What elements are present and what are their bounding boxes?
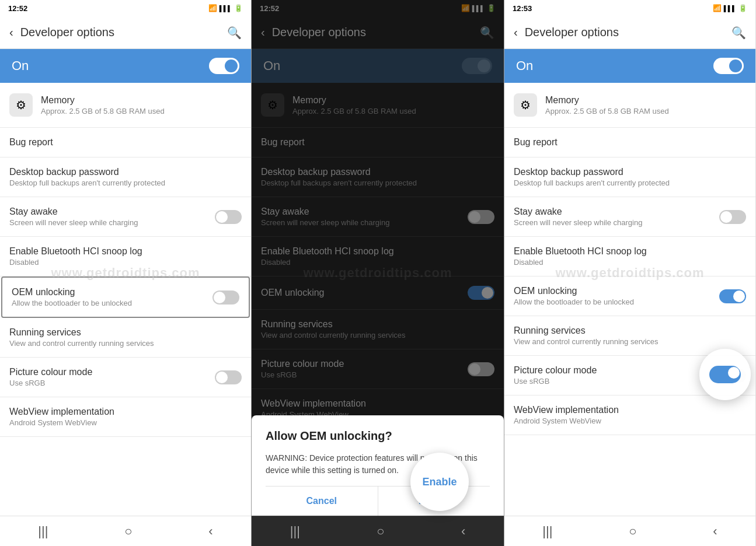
- settings-item-text: WebView implementationAndroid System Web…: [514, 405, 746, 425]
- bottom-navigation: |||○‹: [252, 516, 504, 546]
- developer-options-toggle-bar[interactable]: On: [0, 49, 251, 83]
- settings-item-text: Desktop backup passwordDesktop full back…: [514, 167, 746, 187]
- toggle-switch[interactable]: [215, 210, 242, 224]
- nav-recent-apps[interactable]: |||: [542, 524, 552, 539]
- phone-panel-middle: 12:52 📶 ▌▌▌ 🔋 ‹ Developer options 🔍 On ⚙…: [252, 0, 504, 546]
- status-icon-signal: ▌▌▌: [220, 5, 232, 12]
- settings-item-text: WebView implementationAndroid System Web…: [9, 407, 242, 427]
- memory-info: Memory Approx. 2.5 GB of 5.8 GB RAM used: [545, 95, 746, 116]
- settings-item-subtitle: Disabled: [9, 258, 242, 267]
- phone-panel-right: 12:53 📶 ▌▌▌ 🔋 ‹ Developer options 🔍 On ⚙…: [504, 0, 756, 546]
- settings-item-title: OEM unlocking: [12, 287, 212, 298]
- nav-home[interactable]: ○: [124, 524, 132, 539]
- settings-item-subtitle: Disabled: [514, 258, 746, 267]
- settings-item-text: Picture colour modeUse sRGB: [9, 367, 215, 387]
- search-icon[interactable]: 🔍: [227, 26, 242, 40]
- status-bar: 12:53 📶 ▌▌▌ 🔋: [504, 0, 755, 16]
- bottom-navigation: |||○‹: [0, 516, 251, 546]
- settings-item-text: Running servicesView and control current…: [9, 327, 242, 348]
- bottom-navigation: |||○‹: [504, 516, 755, 546]
- settings-item-subtitle: Use sRGB: [514, 377, 719, 386]
- settings-item[interactable]: Desktop backup passwordDesktop full back…: [504, 158, 755, 197]
- status-icons: 📶 ▌▌▌ 🔋: [713, 4, 747, 12]
- nav-back[interactable]: ‹: [461, 524, 465, 539]
- settings-item-title: Stay awake: [514, 206, 719, 217]
- back-button[interactable]: ‹: [9, 26, 13, 39]
- nav-recent-apps[interactable]: |||: [290, 524, 300, 539]
- settings-item-text: Running servicesView and control current…: [514, 326, 746, 346]
- memory-icon: ⚙: [514, 93, 537, 117]
- settings-item-title: Running services: [514, 326, 746, 336]
- memory-section: ⚙ Memory Approx. 2.5 GB of 5.8 GB RAM us…: [504, 83, 755, 128]
- status-time: 12:53: [513, 4, 532, 13]
- settings-item-subtitle: Android System WebView: [514, 416, 746, 425]
- settings-item-title: Desktop backup password: [9, 167, 242, 177]
- developer-options-main-toggle[interactable]: [209, 58, 239, 74]
- nav-home[interactable]: ○: [377, 524, 384, 539]
- developer-options-main-toggle[interactable]: [713, 58, 744, 74]
- settings-item-subtitle: Allow the bootloader to be unlocked: [12, 299, 212, 307]
- toggle-switch[interactable]: [719, 210, 746, 224]
- settings-item-title: Desktop backup password: [514, 167, 746, 177]
- settings-item[interactable]: OEM unlockingAllow the bootloader to be …: [504, 276, 755, 316]
- settings-item-text: Stay awakeScreen will never sleep while …: [514, 206, 719, 227]
- search-icon[interactable]: 🔍: [731, 26, 746, 40]
- memory-subtitle: Approx. 2.5 GB of 5.8 GB RAM used: [41, 107, 242, 116]
- memory-title: Memory: [41, 95, 242, 106]
- settings-item-title: Enable Bluetooth HCI snoop log: [9, 246, 242, 257]
- settings-item-title: Picture colour mode: [9, 367, 215, 377]
- status-bar: 12:52 📶 ▌▌▌ 🔋: [0, 0, 251, 16]
- nav-home[interactable]: ○: [629, 524, 636, 539]
- enable-circle[interactable]: Enable: [410, 453, 469, 511]
- settings-item-text: Stay awakeScreen will never sleep while …: [9, 206, 215, 227]
- dialog-cancel-button[interactable]: Cancel: [266, 487, 378, 516]
- toggle-switch[interactable]: [215, 370, 242, 384]
- developer-options-label: On: [516, 58, 533, 74]
- nav-back[interactable]: ‹: [208, 524, 212, 539]
- developer-options-toggle-bar[interactable]: On: [504, 49, 755, 83]
- settings-item[interactable]: Bug report: [0, 128, 251, 158]
- settings-item[interactable]: Running servicesView and control current…: [0, 318, 251, 358]
- nav-back[interactable]: ‹: [713, 524, 717, 539]
- settings-item[interactable]: Enable Bluetooth HCI snoop logDisabled: [0, 237, 251, 276]
- settings-item-title: Bug report: [514, 137, 746, 148]
- oem-unlock-toggle-circle[interactable]: [699, 349, 751, 400]
- settings-item[interactable]: OEM unlockingAllow the bootloader to be …: [1, 276, 250, 318]
- page-header: ‹ Developer options 🔍: [504, 16, 755, 49]
- settings-item-text: OEM unlockingAllow the bootloader to be …: [12, 287, 212, 307]
- settings-item-subtitle: Android System WebView: [9, 418, 242, 427]
- settings-item-title: Picture colour mode: [514, 365, 719, 376]
- settings-item-text: Bug report: [514, 137, 746, 148]
- toggle-switch[interactable]: [212, 290, 239, 304]
- settings-item[interactable]: Picture colour modeUse sRGB: [0, 358, 251, 397]
- settings-item-subtitle: Screen will never sleep while charging: [9, 218, 215, 227]
- settings-content: ⚙ Memory Approx. 2.5 GB of 5.8 GB RAM us…: [504, 83, 755, 516]
- settings-item[interactable]: Stay awakeScreen will never sleep while …: [504, 197, 755, 237]
- oem-toggle-in-circle[interactable]: [709, 366, 741, 383]
- status-time: 12:52: [8, 4, 27, 13]
- toggle-switch[interactable]: [719, 289, 746, 303]
- settings-item[interactable]: Enable Bluetooth HCI snoop logDisabled: [504, 237, 755, 276]
- settings-item-title: Stay awake: [9, 206, 215, 217]
- settings-item-subtitle: Desktop full backups aren't currently pr…: [9, 178, 242, 187]
- settings-item-title: Bug report: [9, 137, 242, 148]
- settings-item-text: Enable Bluetooth HCI snoop logDisabled: [9, 246, 242, 267]
- settings-item[interactable]: WebView implementationAndroid System Web…: [0, 397, 251, 437]
- settings-item-text: Enable Bluetooth HCI snoop logDisabled: [514, 246, 746, 267]
- nav-recent-apps[interactable]: |||: [38, 524, 48, 539]
- memory-info: Memory Approx. 2.5 GB of 5.8 GB RAM used: [41, 95, 242, 116]
- status-icon-battery: 🔋: [234, 4, 243, 12]
- settings-item-subtitle: Desktop full backups aren't currently pr…: [514, 178, 746, 187]
- settings-item-text: Desktop backup passwordDesktop full back…: [9, 167, 242, 187]
- status-icons: 📶 ▌▌▌ 🔋: [208, 4, 243, 12]
- developer-options-label: On: [12, 58, 29, 74]
- enable-circle-label: Enable: [422, 476, 457, 488]
- settings-item[interactable]: Desktop backup passwordDesktop full back…: [0, 158, 251, 197]
- settings-item[interactable]: Stay awakeScreen will never sleep while …: [0, 197, 251, 237]
- settings-item[interactable]: Bug report: [504, 128, 755, 158]
- back-button[interactable]: ‹: [514, 26, 518, 39]
- settings-item-text: OEM unlockingAllow the bootloader to be …: [514, 286, 719, 306]
- settings-item-title: Running services: [9, 327, 242, 338]
- settings-item[interactable]: WebView implementationAndroid System Web…: [504, 396, 755, 435]
- settings-item-title: OEM unlocking: [514, 286, 719, 296]
